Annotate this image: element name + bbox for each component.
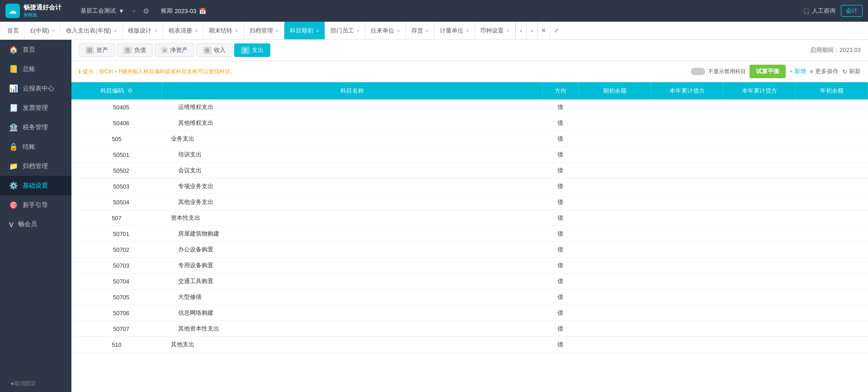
tab-tax-table[interactable]: 税表清册 ×: [163, 22, 203, 40]
tab-expand[interactable]: ⤢: [550, 22, 562, 40]
guide-icon: 🎯: [9, 201, 18, 209]
cell-year-initial: [796, 305, 868, 321]
balance-button[interactable]: 试算平衡: [750, 65, 786, 78]
cell-code: 507: [71, 210, 162, 226]
cell-code: 50702: [71, 242, 162, 258]
sidebar-item-ledger[interactable]: 📒 总账: [0, 59, 71, 79]
table-row[interactable]: 50701 房屋建筑物购建 借: [71, 226, 868, 242]
tab-unit[interactable]: 计量单位 ×: [434, 22, 475, 40]
table-row[interactable]: 505 业务支出 借: [71, 131, 868, 147]
table-row[interactable]: 50704 交通工具购置 借: [71, 274, 868, 289]
table-row[interactable]: 50504 其他业务支出 借: [71, 194, 868, 210]
tab-template[interactable]: 模版设计 ×: [123, 22, 163, 40]
sidebar: 🏠 首页 📒 总账 📊 云报表中心 🧾 发票管理 🏦 税务管理 🔒 结账 📁 归…: [0, 40, 71, 392]
sidebar-item-close[interactable]: 🔒 结账: [0, 137, 71, 156]
cell-ytd-credit: [723, 115, 796, 131]
tab-inventory[interactable]: 存货 ×: [406, 22, 434, 40]
tab-period[interactable]: £(中期) ×: [25, 22, 61, 40]
sub-tab-asset[interactable]: 固 资产: [79, 43, 115, 57]
cell-name: 大型修缮: [162, 289, 542, 305]
sidebar-item-archive[interactable]: 📁 归档管理: [0, 156, 71, 176]
cell-name: 运维维权支出: [162, 99, 542, 115]
cell-direction: 借: [542, 210, 579, 226]
tax-icon: 🏦: [9, 123, 18, 132]
cell-year-initial: [796, 179, 868, 194]
cell-code: 50701: [71, 226, 162, 242]
cell-ytd-credit: [723, 274, 796, 289]
table-row[interactable]: 510 其他支出 借: [71, 337, 868, 353]
tab-currency[interactable]: 币种设置 ×: [475, 22, 515, 40]
col-direction: 方向: [542, 82, 579, 99]
sidebar-item-guide[interactable]: 🎯 新手引导: [0, 195, 71, 215]
gear-icon[interactable]: ⚙: [127, 87, 133, 94]
table-row[interactable]: 50503 专项业务支出 借: [71, 179, 868, 194]
cell-ytd-credit: [723, 258, 796, 274]
tab-archive[interactable]: 归档管理 ×: [244, 22, 284, 40]
cell-code: 50706: [71, 305, 162, 321]
table-row[interactable]: 50502 会议支出 借: [71, 163, 868, 179]
table-row[interactable]: 507 资本性支出 借: [71, 210, 868, 226]
tab-close-all[interactable]: ✕: [537, 22, 550, 40]
table-row[interactable]: 50501 培训支出 借: [71, 147, 868, 163]
sidebar-item-member[interactable]: V 畅会员: [0, 215, 71, 234]
sub-tab-income[interactable]: 收 收入: [196, 43, 232, 57]
table-row[interactable]: 50405 运维维权支出 借: [71, 99, 868, 115]
sidebar-item-reports[interactable]: 📊 云报表中心: [0, 79, 71, 98]
sub-tab-liability[interactable]: 负 负债: [117, 43, 153, 57]
tab-subject-initial[interactable]: 科目期初 ×: [284, 22, 325, 40]
col-ytd-debit: 本年累计借方: [651, 82, 723, 99]
table-row[interactable]: 50707 其他资本性支出 借: [71, 321, 868, 337]
sidebar-collapse-btn[interactable]: ◄取消固定: [0, 375, 71, 392]
cell-ytd-credit: [723, 305, 796, 321]
col-year-initial: 年初余额: [796, 82, 868, 99]
sidebar-item-tax[interactable]: 🏦 税务管理: [0, 118, 71, 137]
sub-tab-net-asset[interactable]: ≡ 净资产: [155, 43, 194, 57]
cell-code: 50406: [71, 115, 162, 131]
table-row[interactable]: 50702 办公设备购置 借: [71, 242, 868, 258]
cell-initial-balance: [579, 210, 651, 226]
cell-initial-balance: [579, 226, 651, 242]
tab-income-report[interactable]: 收入支出表(年报) ×: [61, 22, 123, 40]
refresh-button[interactable]: ↻ 刷新: [842, 67, 861, 76]
cell-name: 资本性支出: [162, 210, 542, 226]
cell-ytd-debit: [651, 321, 723, 337]
cell-initial-balance: [579, 337, 651, 353]
reports-icon: 📊: [9, 84, 18, 93]
sub-tab-expense[interactable]: 支 支出: [234, 43, 270, 57]
cell-direction: 借: [542, 194, 579, 210]
app-sub: 旗舰版: [24, 12, 61, 18]
sidebar-item-settings[interactable]: ⚙️ 基础设置: [0, 176, 71, 195]
more-button[interactable]: ≡ 更多操作: [810, 67, 839, 76]
table-row[interactable]: 50703 专用设备购置 借: [71, 258, 868, 274]
tab-dept-staff[interactable]: 部门员工 ×: [325, 22, 365, 40]
sidebar-item-invoice[interactable]: 🧾 发票管理: [0, 98, 71, 118]
tab-counterpart[interactable]: 往来单位 ×: [365, 22, 406, 40]
cell-initial-balance: [579, 242, 651, 258]
add-button[interactable]: + 新增: [789, 67, 806, 76]
tab-home[interactable]: 首页: [2, 22, 25, 40]
table-row[interactable]: 50706 信息网络购建 借: [71, 305, 868, 321]
cell-ytd-credit: [723, 337, 796, 353]
cell-direction: 借: [542, 147, 579, 163]
cell-direction: 借: [542, 305, 579, 321]
kuaiji-button[interactable]: 会计: [841, 5, 863, 17]
tab-nav-next[interactable]: ›: [526, 22, 537, 40]
cell-name: 信息网络购建: [162, 305, 542, 321]
cell-year-initial: [796, 99, 868, 115]
sidebar-item-home[interactable]: 🏠 首页: [0, 40, 71, 59]
cell-year-initial: [796, 163, 868, 179]
period-selector[interactable]: 账期 2023-03 📅: [161, 7, 206, 15]
help-button[interactable]: 🎧 人工咨询: [803, 7, 835, 15]
cell-direction: 借: [542, 321, 579, 337]
table-row[interactable]: 50705 大型修缮 借: [71, 289, 868, 305]
toggle-disabled-switch[interactable]: [691, 68, 705, 75]
table-row[interactable]: 50406 其他维权支出 借: [71, 115, 868, 131]
cell-initial-balance: [579, 305, 651, 321]
cell-name: 专项业务支出: [162, 179, 542, 194]
cell-year-initial: [796, 289, 868, 305]
project-selector[interactable]: 基层工会测试 ▼ + ⚙: [80, 7, 152, 15]
tab-nav-prev[interactable]: ‹: [515, 22, 526, 40]
cell-ytd-debit: [651, 337, 723, 353]
cell-ytd-debit: [651, 289, 723, 305]
tab-period-close[interactable]: 期末结转 ×: [203, 22, 244, 40]
